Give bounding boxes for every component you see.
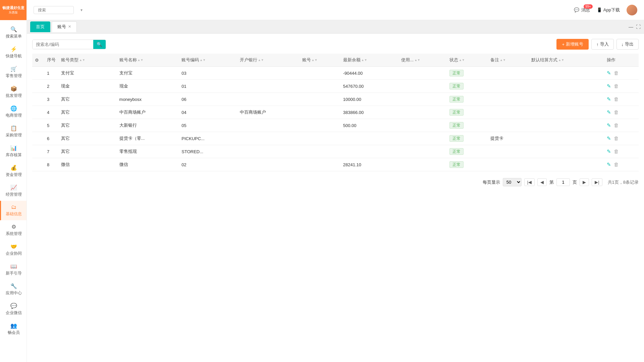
avatar[interactable]	[627, 5, 637, 15]
import-button[interactable]: ↑ 导入	[591, 39, 614, 50]
last-page-button[interactable]: ▶|	[592, 178, 602, 186]
col-settlement[interactable]: 默认结算方式▲▼	[529, 54, 604, 67]
sidebar-item-search[interactable]: 🔍搜索菜单	[0, 23, 26, 43]
col-code[interactable]: 账号编码▲▼	[179, 54, 237, 67]
sidebar-icon-agreement: 🤝	[10, 243, 17, 250]
sidebar-item-inventory[interactable]: 📊库存核算	[0, 141, 26, 161]
next-page-button[interactable]: ▶	[580, 178, 589, 186]
chevron-down-icon	[80, 7, 83, 12]
tab-bar-right: — ⛶	[629, 24, 641, 29]
delete-button[interactable]: 🗑	[614, 135, 619, 141]
sidebar-item-guide[interactable]: 📖新手引导	[0, 260, 26, 280]
sidebar-item-wechat[interactable]: 💬企业微信	[0, 299, 26, 319]
export-button[interactable]: ↓ 导出	[616, 39, 639, 50]
page-input[interactable]	[556, 178, 570, 186]
delete-button[interactable]: 🗑	[614, 83, 619, 89]
cell-remark	[488, 158, 529, 171]
sort-settlement-icon: ▲▼	[558, 59, 564, 62]
sidebar-item-member[interactable]: 👥畅会员	[0, 319, 26, 339]
col-balance[interactable]: 最新余额▲▼	[340, 54, 399, 67]
edit-button[interactable]: ✎	[607, 162, 611, 168]
sidebar-label-wechat: 企业微信	[6, 310, 22, 316]
status-badge: 正常	[449, 161, 464, 168]
col-usage[interactable]: 使用...▲▼	[398, 54, 447, 67]
cell-account	[300, 106, 340, 119]
edit-button[interactable]: ✎	[607, 109, 611, 115]
cell-settlement	[529, 67, 604, 80]
tab-account[interactable]: 账号 ✕	[52, 21, 77, 32]
edit-button[interactable]: ✎	[607, 122, 611, 128]
col-settings[interactable]: ⚙	[32, 54, 44, 67]
edit-button[interactable]: ✎	[607, 70, 611, 76]
first-page-button[interactable]: |◀	[524, 178, 535, 186]
cell-name: 大新银行	[117, 119, 179, 132]
sidebar-item-shortcut[interactable]: ⚡快捷导航	[0, 43, 26, 62]
delete-button[interactable]: 🗑	[614, 109, 619, 115]
col-bank[interactable]: 开户银行▲▼	[237, 54, 300, 67]
cell-num: 7	[44, 145, 58, 158]
sidebar-label-inventory: 库存核算	[6, 152, 22, 158]
cell-num: 2	[44, 80, 58, 93]
cell-action: ✎ 🗑	[604, 106, 639, 119]
col-name[interactable]: 账号名称▲▼	[117, 54, 179, 67]
cell-settings	[32, 145, 44, 158]
cell-balance	[340, 145, 399, 158]
cell-usage	[398, 145, 447, 158]
tab-close-icon[interactable]: ✕	[68, 24, 71, 29]
delete-button[interactable]: 🗑	[614, 148, 619, 155]
add-account-button[interactable]: + 新增账号	[556, 39, 589, 50]
col-type[interactable]: 账号类型▲▼	[58, 54, 117, 67]
col-account[interactable]: 账号▲▼	[300, 54, 340, 67]
delete-button[interactable]: 🗑	[614, 122, 619, 128]
cell-code: 06	[179, 93, 237, 106]
cell-settings	[32, 93, 44, 106]
cell-settlement	[529, 106, 604, 119]
edit-button[interactable]: ✎	[607, 83, 611, 89]
sidebar-item-system[interactable]: ⚙系统管理	[0, 220, 26, 240]
cell-settings	[32, 106, 44, 119]
edit-button[interactable]: ✎	[607, 135, 611, 141]
search-input[interactable]	[33, 40, 93, 49]
header-dropdown[interactable]	[79, 7, 83, 12]
search-button[interactable]: 🔍	[93, 40, 106, 49]
edit-button[interactable]: ✎	[607, 96, 611, 102]
tab-minimize-button[interactable]: —	[629, 24, 633, 29]
sidebar-item-retail[interactable]: 🛒零售管理	[0, 62, 26, 82]
cell-code: 01	[179, 80, 237, 93]
sidebar-item-finance[interactable]: 💰资金管理	[0, 161, 26, 181]
sidebar-item-basic[interactable]: 🗂基础信息	[0, 201, 26, 220]
cell-remark	[488, 119, 529, 132]
per-page-select[interactable]: 50 100 200	[503, 178, 522, 186]
edit-button[interactable]: ✎	[607, 148, 611, 155]
cell-code: 03	[179, 67, 237, 80]
col-status[interactable]: 状态▲▼	[447, 54, 488, 67]
cell-bank	[237, 145, 300, 158]
sidebar-item-wholesale[interactable]: 📦批发管理	[0, 82, 26, 102]
sidebar-label-finance: 资金管理	[6, 172, 22, 178]
app-download-button[interactable]: 📱 App下载	[597, 7, 620, 13]
delete-button[interactable]: 🗑	[614, 70, 619, 76]
cell-settlement	[529, 145, 604, 158]
tab-maximize-button[interactable]: ⛶	[636, 24, 641, 29]
sidebar-item-agreement[interactable]: 🤝企业协同	[0, 240, 26, 260]
cell-usage	[398, 132, 447, 145]
tab-home[interactable]: 首页	[30, 21, 50, 32]
sidebar-item-operations[interactable]: 📈经营管理	[0, 181, 26, 201]
cell-type: 其它	[58, 106, 117, 119]
message-button[interactable]: 💬 消息 99+	[574, 7, 590, 13]
col-remark[interactable]: 备注▲▼	[488, 54, 529, 67]
sidebar-item-app_center[interactable]: 🔧应用中心	[0, 280, 26, 299]
sidebar-item-ecommerce[interactable]: 🌐电商管理	[0, 102, 26, 122]
cell-action: ✎ 🗑	[604, 119, 639, 132]
cell-name: 支付宝	[117, 67, 179, 80]
sidebar-item-purchase[interactable]: 📋采购管理	[0, 122, 26, 141]
delete-button[interactable]: 🗑	[614, 96, 619, 102]
delete-button[interactable]: 🗑	[614, 162, 619, 168]
sidebar-label-basic: 基础信息	[6, 211, 22, 217]
prev-page-button[interactable]: ◀	[537, 178, 547, 186]
cell-remark	[488, 80, 529, 93]
table-row: 6 其它 提货卡（零... PICKUPC... 正常 提货卡 ✎ 🗑	[32, 132, 639, 145]
header-search-input[interactable]	[34, 6, 74, 14]
cell-status: 正常	[447, 119, 488, 132]
sidebar-label-app_center: 应用中心	[6, 290, 22, 296]
